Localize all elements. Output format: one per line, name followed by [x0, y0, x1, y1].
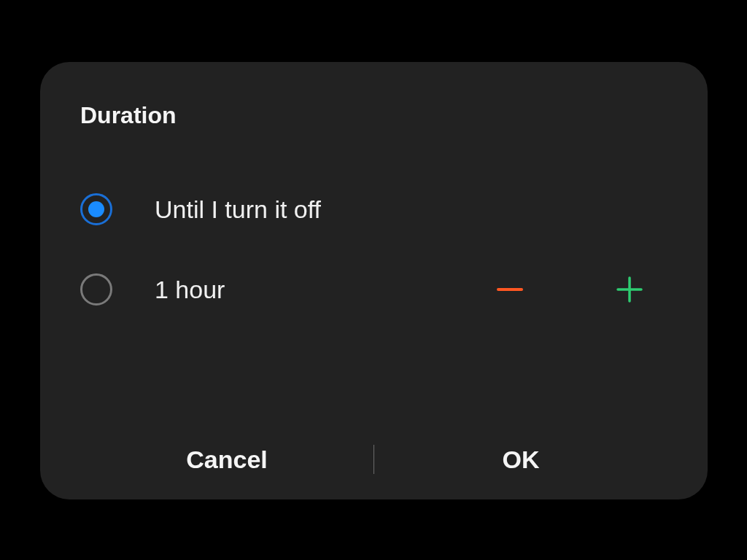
- cancel-button[interactable]: Cancel: [80, 431, 374, 489]
- option-label: 1 hour: [155, 276, 494, 304]
- option-label: Until I turn it off: [155, 195, 667, 224]
- minus-icon[interactable]: [494, 273, 526, 306]
- dialog-title: Duration: [80, 102, 667, 129]
- dialog-actions: Cancel OK: [80, 419, 667, 499]
- ok-button[interactable]: OK: [374, 431, 667, 489]
- options-list: Until I turn it off 1 hour: [80, 169, 667, 419]
- plus-icon[interactable]: [614, 273, 646, 306]
- option-until-off[interactable]: Until I turn it off: [80, 169, 667, 249]
- duration-dialog: Duration Until I turn it off 1 hour: [40, 62, 708, 499]
- option-timed[interactable]: 1 hour: [80, 249, 667, 330]
- radio-selected-icon[interactable]: [80, 193, 112, 225]
- radio-unselected-icon[interactable]: [80, 273, 112, 306]
- duration-stepper: [494, 273, 667, 306]
